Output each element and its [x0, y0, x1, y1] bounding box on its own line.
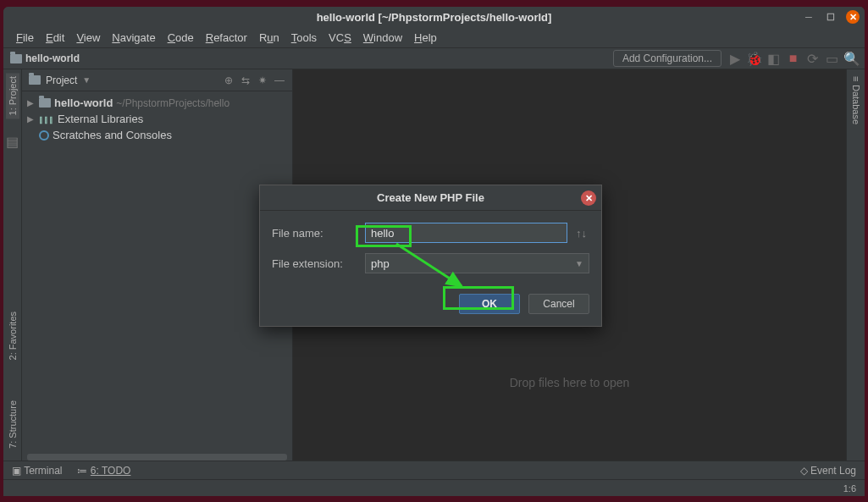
search-icon[interactable]: 🔍 — [845, 52, 858, 65]
folder-icon — [10, 54, 22, 63]
expand-icon[interactable]: ⇆ — [240, 74, 252, 86]
extension-label: File extension: — [272, 257, 357, 270]
external-libraries-label: External Libraries — [58, 113, 143, 125]
window-title: hello-world [~/PhpstormProjects/hello-wo… — [317, 11, 552, 24]
menu-edit[interactable]: Edit — [41, 30, 69, 46]
window-titlebar: hello-world [~/PhpstormProjects/hello-wo… — [3, 7, 865, 27]
dialog-title: Create New PHP File — [377, 191, 484, 204]
project-tree[interactable]: ▶ hello-world ~/PhpstormProjects/hello ▶… — [22, 91, 292, 454]
event-log-button[interactable]: ◇ Event Log — [800, 465, 856, 477]
tree-external-libraries[interactable]: ▶ ⫿⫿⫿ External Libraries — [22, 111, 292, 127]
project-tool-window: Project ▼ ⊕ ⇆ ✷ — ▶ hello-world ~/Phpsto… — [22, 69, 293, 461]
cancel-button[interactable]: Cancel — [528, 294, 589, 314]
update-icon[interactable]: ⟳ — [806, 52, 819, 65]
status-bar: 1:6 — [3, 479, 865, 496]
bottom-toolbar: ▣ Terminal ≔ 6: TODO ◇ Event Log — [3, 461, 865, 479]
gear-icon[interactable]: ✷ — [257, 74, 268, 86]
close-window-button[interactable]: ✕ — [846, 10, 860, 24]
chevron-down-icon[interactable]: ▼ — [82, 75, 91, 85]
tab-terminal[interactable]: ▣ Terminal — [12, 465, 62, 477]
tab-structure[interactable]: 7: Structure — [6, 397, 19, 452]
project-panel-header: Project ▼ ⊕ ⇆ ✷ — — [22, 69, 292, 91]
dialog-close-button[interactable]: ✕ — [581, 190, 596, 206]
menu-vcs[interactable]: VCS — [324, 30, 356, 46]
project-panel-title: Project — [46, 74, 77, 86]
navigation-toolbar: hello-world Add Configuration... ▶ 🐞 ◧ ■… — [3, 47, 865, 69]
debug-icon[interactable]: 🐞 — [748, 52, 760, 65]
tab-database[interactable]: ≡Database — [849, 73, 863, 129]
tree-root-row[interactable]: ▶ hello-world ~/PhpstormProjects/hello — [22, 95, 292, 111]
main-menu: File Edit View Navigate Code Refactor Ru… — [3, 27, 865, 47]
arrow-expanded-icon[interactable]: ▶ — [27, 98, 36, 108]
stop-icon[interactable]: ■ — [787, 52, 799, 65]
menu-refactor[interactable]: Refactor — [202, 30, 252, 46]
filename-input[interactable] — [365, 223, 567, 243]
minimize-button[interactable]: ─ — [802, 10, 815, 24]
cursor-position: 1:6 — [843, 483, 856, 494]
window-controls: ─ ☐ ✕ — [802, 10, 860, 24]
extension-value: php — [371, 257, 390, 270]
locate-icon[interactable]: ⊕ — [223, 74, 235, 86]
hide-icon[interactable]: — — [274, 74, 285, 86]
dialog-titlebar: Create New PHP File ✕ — [260, 185, 601, 211]
menu-run[interactable]: Run — [255, 30, 284, 46]
add-configuration-button[interactable]: Add Configuration... — [613, 50, 721, 67]
tree-root-name: hello-world — [54, 97, 113, 109]
scratch-icon — [39, 130, 49, 141]
chevron-down-icon: ▼ — [575, 259, 583, 268]
left-tool-gutter: 1: Project ▤ 2: Favorites 7: Structure — [3, 69, 22, 461]
breadcrumb[interactable]: hello-world — [10, 52, 80, 64]
ok-button[interactable]: OK — [459, 294, 520, 314]
tab-favorites[interactable]: 2: Favorites — [6, 308, 19, 363]
tab-todo[interactable]: ≔ 6: TODO — [77, 465, 130, 477]
right-tool-gutter: ≡Database — [846, 69, 865, 461]
drop-files-hint: Drop files here to open — [510, 376, 630, 389]
menu-file[interactable]: File — [12, 30, 38, 46]
breadcrumb-label: hello-world — [25, 52, 80, 64]
menu-view[interactable]: View — [72, 30, 104, 46]
menu-help[interactable]: Help — [410, 30, 441, 46]
screen-icon[interactable]: ▭ — [826, 52, 838, 65]
tab-project[interactable]: 1: Project — [6, 73, 19, 119]
project-files-icon[interactable]: ▤ — [6, 135, 19, 148]
horizontal-scrollbar[interactable] — [27, 454, 287, 461]
tree-scratches[interactable]: Scratches and Consoles — [22, 127, 292, 143]
menu-navigate[interactable]: Navigate — [108, 30, 159, 46]
menu-window[interactable]: Window — [359, 30, 406, 46]
run-icon[interactable]: ▶ — [728, 52, 741, 65]
library-icon: ⫿⫿⫿ — [39, 114, 54, 124]
maximize-button[interactable]: ☐ — [824, 10, 838, 24]
folder-icon — [39, 98, 51, 108]
menu-tools[interactable]: Tools — [287, 30, 321, 46]
coverage-icon[interactable]: ◧ — [767, 52, 780, 65]
extension-select[interactable]: php ▼ — [365, 253, 589, 273]
folder-icon — [29, 75, 41, 85]
sort-toggle-icon[interactable]: ↑↓ — [576, 227, 589, 240]
scratches-label: Scratches and Consoles — [53, 129, 172, 141]
filename-label: File name: — [272, 227, 357, 240]
arrow-collapsed-icon[interactable]: ▶ — [27, 114, 36, 124]
menu-code[interactable]: Code — [163, 30, 198, 46]
tree-root-path: ~/PhpstormProjects/hello — [116, 97, 229, 109]
create-new-php-file-dialog: Create New PHP File ✕ File name: ↑↓ File… — [259, 185, 602, 327]
